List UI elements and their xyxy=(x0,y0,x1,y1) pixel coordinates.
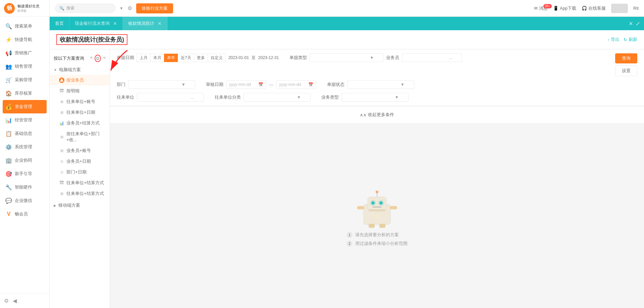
sidebar-item-base[interactable]: 📋 基础信息 xyxy=(0,127,49,140)
date-tab-custom[interactable]: 自定义 xyxy=(208,54,226,62)
calendar-end-icon[interactable]: 📅 xyxy=(308,82,313,87)
sidebar-label-guide: 新手引导 xyxy=(15,171,32,177)
main-content: 收款情况统计(按业务员) ↑ 导出 ↻ 刷新 按以下方案查询 + ⚙ « xyxy=(50,30,644,308)
sidebar-label-finance: 资金管理 xyxy=(15,104,32,110)
header-gear-icon[interactable]: ⚙ xyxy=(127,5,132,11)
scheme-item-by-unit-settle1[interactable]: 往来单位+结算方式 xyxy=(50,177,110,188)
header-search[interactable]: 🔍 搜索 xyxy=(55,4,115,13)
partner-more-icon[interactable]: … xyxy=(190,95,194,100)
sidebar-item-finance[interactable]: 💰 资金管理 xyxy=(3,100,47,113)
biz-type-select[interactable]: ▼ xyxy=(341,93,409,102)
scheme-item-by-salesman-date-label: 业务员+日期 xyxy=(66,158,91,164)
sidebar-item-member[interactable]: V 畅会员 xyxy=(0,207,49,221)
sidebar-item-guide[interactable]: 🎯 新手引导 xyxy=(0,167,49,181)
scheme-group-desktop-title[interactable]: ▼ 电脑端方案 xyxy=(50,65,110,75)
user-avatar-area[interactable] xyxy=(611,4,628,13)
panel-add-icon[interactable]: + xyxy=(90,55,93,62)
scheme-item-by-dept-date[interactable]: ⊙ 部门+日期 xyxy=(50,167,110,177)
partner-select[interactable]: … xyxy=(137,93,204,102)
sidebar-item-hardware[interactable]: 🔧 智能硬件 xyxy=(0,181,49,194)
trial-button[interactable]: 体验行业方案 xyxy=(136,3,173,13)
panel-header-text: 按以下方案查询 xyxy=(54,55,84,61)
sidebar-label-base: 基础信息 xyxy=(15,131,32,137)
svg-point-21 xyxy=(374,213,380,219)
dept-select[interactable]: ▼ xyxy=(128,80,195,89)
export-button[interactable]: ↑ 导出 xyxy=(607,37,620,43)
date-tab-more[interactable]: 更多 xyxy=(194,54,208,62)
sidebar-item-marketing[interactable]: 📢 营销推广 xyxy=(0,46,49,60)
review-date-start-input[interactable]: yyyy-mm-dd 📅 xyxy=(226,80,266,89)
svg-rect-5 xyxy=(60,183,64,183)
salesman-select[interactable]: … xyxy=(402,53,462,62)
scheme-item-by-unit-settle2[interactable]: ⊞ 往来单位+结算方式 xyxy=(50,188,110,199)
app-icon: 📱 xyxy=(553,6,558,11)
doc-status-arrow-icon: ▼ xyxy=(400,82,405,87)
sidebar-label-quick-nav: 快捷导航 xyxy=(15,37,32,43)
tab-close-all-icon[interactable]: ✕ xyxy=(629,20,633,27)
service-icon: 🎧 xyxy=(582,6,587,11)
desktop-group-arrow-icon: ▼ xyxy=(54,68,57,72)
scheme-group-mobile-title[interactable]: ▶ 移动端方案 xyxy=(50,200,110,210)
sidebar-item-purchase[interactable]: 🛒 采购管理 xyxy=(0,73,49,87)
tab-home[interactable]: 首页 xyxy=(50,17,69,30)
tab-bank-flow[interactable]: 现金银行流水查询 ✕ xyxy=(69,17,123,30)
review-date-end-input[interactable]: yyyy-mm-dd 📅 xyxy=(276,80,316,89)
sidebar-item-search[interactable]: 🔍 搜索菜单 xyxy=(0,19,49,33)
sidebar-item-wechat[interactable]: 💬 企业微信 xyxy=(0,194,49,207)
sidebar-item-inventory[interactable]: 🏠 库存核算 xyxy=(0,87,49,100)
refresh-button[interactable]: ↻ 刷新 xyxy=(624,37,637,43)
calendar-start-icon[interactable]: 📅 xyxy=(258,82,263,87)
sidebar-item-sales[interactable]: 👥 销售管理 xyxy=(0,60,49,73)
doc-type-select[interactable]: ▼ xyxy=(310,53,383,62)
date-tab-last-month[interactable]: 上月 xyxy=(137,54,151,62)
user-name: Rit xyxy=(633,6,639,11)
tab-collection-stats-close-icon[interactable]: ✕ xyxy=(158,21,162,26)
tab-expand-icon[interactable]: ⤢ xyxy=(636,20,640,27)
collapse-sidebar-icon[interactable]: ◀ xyxy=(13,298,17,304)
date-tab-this-year[interactable]: 本年 xyxy=(164,54,178,62)
tab-bank-flow-close-icon[interactable]: ✕ xyxy=(113,21,117,26)
svg-rect-6 xyxy=(60,184,64,184)
scheme-item-by-salesman-settle[interactable]: 📊 业务员+结算方式 xyxy=(50,118,110,129)
sidebar-label-operation: 经营管理 xyxy=(15,117,32,123)
message-button[interactable]: ✉ 99+ 消息 xyxy=(534,5,548,11)
scheme-item-by-unit-settle1-label: 往来单位+结算方式 xyxy=(66,180,104,186)
app-download-button[interactable]: 📱 App下载 xyxy=(553,5,576,11)
sidebar-item-enterprise[interactable]: 🏢 企业协同 xyxy=(0,154,49,167)
scheme-item-by-unit-account-label: 往来单位+账号 xyxy=(66,99,95,105)
service-button[interactable]: 🎧 在线客服 xyxy=(582,5,606,11)
doc-status-select[interactable]: ▼ xyxy=(347,80,414,89)
tab-bar-right: ✕ ⤢ xyxy=(625,17,644,30)
hint-text-1: 请先选择要分析的方案 xyxy=(355,232,399,238)
finance-icon: 💰 xyxy=(5,103,12,110)
header-chevron-icon[interactable]: ▼ xyxy=(119,6,123,11)
partner-category-select[interactable]: ▼ xyxy=(244,93,311,102)
settings-button[interactable]: 设置 xyxy=(615,65,637,76)
date-tab-this-month[interactable]: 本月 xyxy=(150,54,164,62)
search-icon: 🔍 xyxy=(5,23,12,30)
scheme-item-by-salesman[interactable]: 按业务员 xyxy=(50,75,110,86)
sales-icon: 👥 xyxy=(5,63,12,70)
sidebar-item-system[interactable]: ⚙️ 系统管理 xyxy=(0,140,49,154)
sidebar-label-purchase: 采购管理 xyxy=(15,77,32,83)
sidebar-item-quick-nav[interactable]: ⚡ 快捷导航 xyxy=(0,33,49,46)
scheme-item-by-salesman-account[interactable]: ⊞ 业务员+账号 xyxy=(50,145,110,156)
collapse-button[interactable]: ∧∧ 收起更多条件 xyxy=(357,109,397,120)
scheme-item-by-salesman-date[interactable]: ⊙ 业务员+日期 xyxy=(50,156,110,167)
empty-robot-svg xyxy=(350,188,404,228)
sidebar-item-operation[interactable]: 📊 经营管理 xyxy=(0,113,49,127)
panel-settings-icon[interactable]: ⚙ xyxy=(95,55,101,62)
unit-settle1-scheme-icon xyxy=(59,180,64,186)
scheme-item-by-unit-date[interactable]: ⊞ 往来单位+日期 xyxy=(50,107,110,118)
query-button[interactable]: 查询 xyxy=(615,53,637,63)
scheme-item-by-unit-dept[interactable]: ⊞ 按往来单位+部门+收... xyxy=(50,129,110,145)
logo-text: 畅捷通好生意 标准版 xyxy=(17,4,40,13)
quick-nav-icon: ⚡ xyxy=(5,36,12,43)
panel-collapse-icon[interactable]: « xyxy=(103,55,106,62)
settings-bottom-icon[interactable]: ⚙ xyxy=(4,298,9,304)
tab-collection-stats[interactable]: 收款情况统计 ✕ xyxy=(123,17,167,30)
scheme-item-by-detail[interactable]: 按明细 xyxy=(50,86,110,96)
scheme-item-by-unit-account[interactable]: ⊞ 往来单位+账号 xyxy=(50,96,110,107)
date-tab-last-7-days[interactable]: 近7天 xyxy=(178,54,194,62)
date-range-start: 2023-01-01 xyxy=(228,55,249,60)
